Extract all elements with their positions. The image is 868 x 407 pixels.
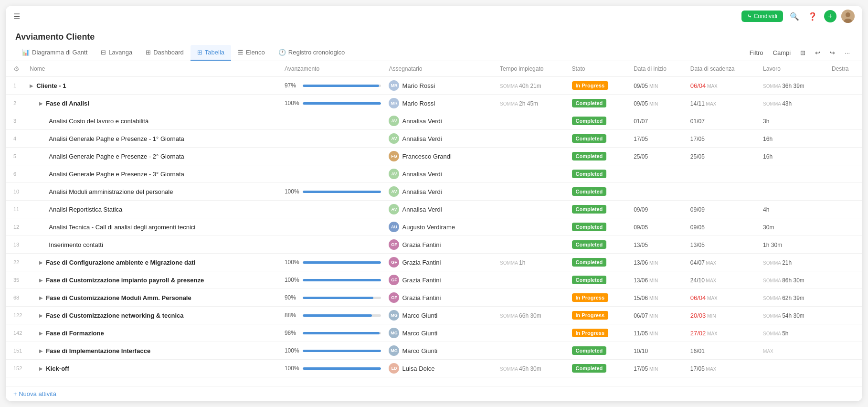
assignee-name: Mario Rossi [402, 100, 435, 107]
table-row: 142▶Fase di Formazione98%MGMarco GiuntiI… [6, 324, 862, 342]
layout-icon[interactable]: ⊟ [797, 47, 808, 58]
assignee-name: Grazia Fantini [402, 294, 441, 301]
end-date-cell: 06/04 MAX [687, 289, 759, 307]
status-cell[interactable]: In Progress [568, 307, 630, 324]
progress-cell [281, 218, 385, 236]
search-button[interactable]: 🔍 [788, 10, 801, 23]
destra-cell [828, 236, 862, 254]
row-name-label: Analisi Generale Paghe e Presenze - 2° G… [49, 153, 184, 160]
status-cell[interactable]: Completed [568, 112, 630, 130]
status-cell[interactable]: Completed [568, 183, 630, 201]
assignee-avatar: MG [389, 328, 399, 338]
tab-dashboard[interactable]: ⊞ Dashboard [139, 45, 191, 61]
add-button[interactable]: + [824, 10, 836, 22]
start-date-cell: 13/05 [630, 236, 687, 254]
destra-cell [828, 183, 862, 201]
start-date-cell: 10/10 [630, 342, 687, 360]
table-row: 10Analisi Moduli amministrazione del per… [6, 183, 862, 201]
assignee-cell: AVAnnalisa Verdi [385, 165, 496, 183]
campi-button[interactable]: Campi [770, 47, 794, 58]
expand-arrow-icon[interactable]: ▶ [39, 313, 43, 318]
row-number: 68 [6, 289, 26, 307]
destra-cell [828, 307, 862, 324]
status-cell[interactable]: In Progress [568, 77, 630, 95]
progress-cell [281, 148, 385, 165]
add-task-button[interactable]: + Nuova attività [13, 390, 56, 397]
status-cell[interactable]: In Progress [568, 324, 630, 342]
time-cell [496, 183, 568, 201]
status-cell[interactable]: Completed [568, 165, 630, 183]
expand-arrow-icon[interactable]: ▶ [39, 366, 43, 371]
expand-arrow-icon[interactable]: ▶ [39, 278, 43, 283]
assignee-avatar: AV [389, 204, 399, 214]
end-date-cell: 06/04 MAX [687, 77, 759, 95]
status-cell[interactable]: Completed [568, 130, 630, 148]
end-date-cell: 14/11 MAX [687, 95, 759, 112]
destra-cell [828, 271, 862, 289]
undo-button[interactable]: ↩ [812, 47, 823, 58]
assignee-name: Grazia Fantini [402, 277, 441, 284]
status-cell[interactable]: Completed [568, 271, 630, 289]
tab-lavanga[interactable]: ⊟ Lavanga [94, 45, 139, 61]
work-cell: SOMMA 21h [759, 254, 828, 271]
status-cell[interactable]: Completed [568, 236, 630, 254]
col-nome: Nome [26, 61, 281, 77]
assignee-cell: GFGrazia Fantini [385, 289, 496, 307]
status-cell[interactable]: Completed [568, 201, 630, 218]
assignee-avatar: AV [389, 169, 399, 179]
expand-arrow-icon[interactable]: ▶ [39, 101, 43, 106]
end-date-cell: 25/05 [687, 148, 759, 165]
tab-elenco[interactable]: ☰ Elenco [231, 45, 272, 61]
user-avatar[interactable] [841, 10, 855, 23]
row-name-label: Fase di Customizzazione networking & tec… [46, 312, 183, 319]
status-cell[interactable]: Completed [568, 360, 630, 377]
tab-gantt[interactable]: 📊 Diagramma di Gantt [15, 45, 94, 61]
status-badge: Completed [572, 346, 607, 355]
status-badge: Completed [572, 258, 607, 267]
registro-icon: 🕐 [278, 49, 286, 56]
help-button[interactable]: ❓ [806, 10, 819, 23]
name-cell: ▶Fase di Analisi [26, 95, 281, 112]
progress-cell: 88% [281, 307, 385, 324]
status-badge: Completed [572, 205, 607, 214]
status-badge: Completed [572, 364, 607, 373]
name-cell: ▶Fase di Customizzazione Moduli Amm. Per… [26, 289, 281, 307]
assignee-cell: MRMario Rossi [385, 95, 496, 112]
table-row: 4Analisi Generale Paghe e Presenze - 1° … [6, 130, 862, 148]
page-title: Avviamento Cliente [6, 27, 862, 45]
settings-gear-icon[interactable]: ⚙ [13, 65, 20, 73]
name-cell: Analisi Generale Paghe e Presenze - 1° G… [26, 130, 281, 148]
tab-tabella[interactable]: ⊞ Tabella [191, 45, 231, 61]
end-date-cell: 20/03 MIN [687, 307, 759, 324]
status-cell[interactable]: Completed [568, 342, 630, 360]
expand-arrow-icon[interactable]: ▶ [39, 331, 43, 336]
status-cell[interactable]: Completed [568, 148, 630, 165]
time-cell [496, 236, 568, 254]
work-cell: SOMMA 43h [759, 95, 828, 112]
progress-cell: 100% [281, 360, 385, 377]
more-button[interactable]: ··· [842, 47, 853, 58]
share-button[interactable]: ⤷ Condividi [741, 11, 783, 22]
assignee-cell: MGMarco Giunti [385, 307, 496, 324]
expand-arrow-icon[interactable]: ▶ [39, 348, 43, 353]
expand-arrow-icon[interactable]: ▶ [39, 260, 43, 265]
status-cell[interactable]: In Progress [568, 289, 630, 307]
col-tempo: Tempo impiegato [496, 61, 568, 77]
row-number: 22 [6, 254, 26, 271]
assignee-name: Annalisa Verdi [402, 171, 442, 178]
progress-cell [281, 165, 385, 183]
col-end: Data di scadenza [687, 61, 759, 77]
row-name-label: Fase di Analisi [46, 100, 89, 107]
hamburger-menu[interactable]: ☰ [13, 12, 20, 21]
filtro-button[interactable]: Filtro [747, 47, 766, 58]
start-date-cell [630, 183, 687, 201]
expand-arrow-icon[interactable]: ▶ [39, 295, 43, 300]
assignee-name: Annalisa Verdi [402, 206, 442, 213]
status-cell[interactable]: Completed [568, 254, 630, 271]
redo-button[interactable]: ↪ [827, 47, 838, 58]
status-cell[interactable]: Completed [568, 95, 630, 112]
status-cell[interactable]: Completed [568, 218, 630, 236]
tab-registro[interactable]: 🕐 Registro cronologico [272, 45, 352, 61]
table-row: 11Analisi Reportistica StaticaAVAnnalisa… [6, 201, 862, 218]
expand-arrow-icon[interactable]: ▶ [30, 83, 33, 88]
